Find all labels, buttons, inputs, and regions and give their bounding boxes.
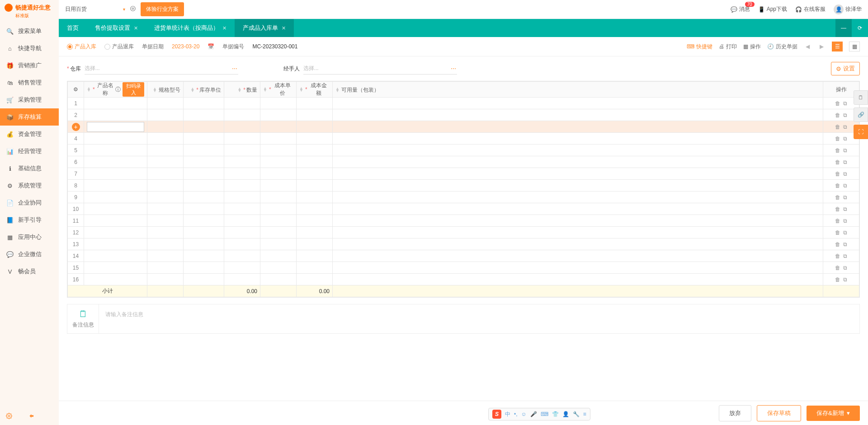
cell-available[interactable]	[333, 180, 823, 191]
cell-amount[interactable]	[297, 156, 333, 168]
cell-price[interactable]	[260, 156, 297, 168]
table-row[interactable]: 14🗑⧉	[68, 250, 859, 262]
remarks-input[interactable]: 请输入备注信息	[99, 304, 859, 333]
cell-available[interactable]	[333, 250, 823, 262]
cell-price[interactable]	[260, 98, 297, 109]
cell-qty[interactable]	[224, 109, 260, 121]
copy-row-icon[interactable]: ⧉	[843, 229, 847, 236]
menu-item-12[interactable]: ▦应用中心	[0, 229, 59, 246]
copy-row-icon[interactable]: ⧉	[843, 159, 847, 165]
cell-product[interactable]	[84, 145, 147, 156]
th-available[interactable]: ▲▼可用量（包装）	[333, 82, 823, 98]
cell-qty[interactable]	[224, 262, 260, 274]
cell-unit[interactable]	[184, 227, 224, 238]
view-grid-button[interactable]: ▦	[849, 42, 860, 51]
tab-3[interactable]: 产成品入库单✕	[235, 19, 294, 37]
delete-row-icon[interactable]: 🗑	[835, 135, 840, 142]
copy-row-icon[interactable]: ⧉	[843, 135, 847, 142]
cell-spec[interactable]	[147, 215, 184, 227]
copy-row-icon[interactable]: ⧉	[843, 112, 847, 118]
product-input[interactable]	[87, 122, 144, 132]
cell-product[interactable]	[84, 168, 147, 180]
table-row[interactable]: 11🗑⧉	[68, 215, 859, 227]
cell-available[interactable]	[333, 274, 823, 285]
menu-item-14[interactable]: V畅会员	[0, 263, 59, 280]
cell-unit[interactable]	[184, 98, 224, 109]
radio-product-out[interactable]: 产品退库	[104, 43, 134, 51]
cell-unit[interactable]	[184, 109, 224, 121]
menu-item-9[interactable]: ⚙系统管理	[0, 177, 59, 194]
cell-qty[interactable]	[224, 145, 260, 156]
discard-button[interactable]: 放弃	[719, 405, 751, 421]
th-spec[interactable]: ▲▼规格型号	[147, 82, 184, 98]
th-unit[interactable]: ▲▼*库存单位	[184, 82, 224, 98]
cell-product[interactable]	[84, 203, 147, 215]
handler-select[interactable]: 选择... ⋯	[303, 63, 457, 75]
warehouse-select[interactable]: 选择... ⋯	[85, 63, 238, 75]
cell-product[interactable]	[84, 156, 147, 168]
cell-product[interactable]	[84, 262, 147, 274]
delete-row-icon[interactable]: 🗑	[835, 218, 840, 224]
cell-product[interactable]	[84, 227, 147, 238]
cell-product[interactable]	[84, 121, 147, 133]
menu-item-4[interactable]: 🛒采购管理	[0, 91, 59, 108]
cell-qty[interactable]	[224, 98, 260, 109]
th-product[interactable]: ▲▼*产品名称 ⓘ 扫码录入	[84, 82, 147, 98]
scan-tag[interactable]: 扫码录入	[123, 82, 144, 97]
delete-row-icon[interactable]: 🗑	[835, 182, 840, 189]
cell-available[interactable]	[333, 156, 823, 168]
cell-amount[interactable]	[297, 227, 333, 238]
trial-button[interactable]: 体验行业方案	[141, 2, 184, 16]
operate-button[interactable]: ▦ 操作	[743, 43, 761, 51]
cell-price[interactable]	[260, 191, 297, 203]
cell-spec[interactable]	[147, 98, 184, 109]
cell-price[interactable]	[260, 250, 297, 262]
cell-spec[interactable]	[147, 168, 184, 180]
tabs-minimize-button[interactable]: —	[835, 19, 852, 37]
cell-price[interactable]	[260, 238, 297, 250]
cell-qty[interactable]	[224, 203, 260, 215]
cell-price[interactable]	[260, 274, 297, 285]
cell-amount[interactable]	[297, 215, 333, 227]
ime-emoji-icon[interactable]: ☺	[521, 411, 527, 417]
table-row[interactable]: 13🗑⧉	[68, 238, 859, 250]
cell-amount[interactable]	[297, 191, 333, 203]
cell-price[interactable]	[260, 109, 297, 121]
delete-row-icon[interactable]: 🗑	[835, 265, 840, 271]
cell-price[interactable]	[260, 262, 297, 274]
delete-row-icon[interactable]: 🗑	[835, 171, 840, 177]
cell-available[interactable]	[333, 227, 823, 238]
cell-qty[interactable]	[224, 227, 260, 238]
tab-2[interactable]: 进货单统计表（按商品）✕	[146, 19, 235, 37]
cell-unit[interactable]	[184, 250, 224, 262]
save-new-button[interactable]: 保存&新增▾	[807, 406, 860, 421]
copy-row-icon[interactable]: ⧉	[843, 253, 847, 259]
date-value[interactable]: 2023-03-20	[172, 43, 199, 50]
more-icon[interactable]: ⋯	[451, 65, 457, 72]
delete-row-icon[interactable]: 🗑	[835, 100, 840, 107]
menu-item-11[interactable]: 📘新手引导	[0, 211, 59, 229]
cell-product[interactable]	[84, 238, 147, 250]
cell-unit[interactable]	[184, 121, 224, 133]
cell-spec[interactable]	[147, 238, 184, 250]
table-row[interactable]: 6🗑⧉	[68, 156, 859, 168]
cell-amount[interactable]	[297, 203, 333, 215]
cell-unit[interactable]	[184, 180, 224, 191]
settings-button[interactable]: ⚙ 设置	[831, 62, 860, 75]
menu-item-5[interactable]: 📦库存核算	[0, 108, 59, 126]
user-menu[interactable]: 👤 徐泽华	[834, 5, 862, 14]
ime-menu-icon[interactable]: ≡	[583, 411, 586, 417]
cell-product[interactable]	[84, 274, 147, 285]
radio-product-in[interactable]: 产品入库	[67, 43, 96, 51]
cell-available[interactable]	[333, 215, 823, 227]
cell-price[interactable]	[260, 227, 297, 238]
menu-item-2[interactable]: 🎁营销推广	[0, 57, 59, 74]
prev-doc-button[interactable]: ◀	[804, 43, 811, 50]
cell-amount[interactable]	[297, 145, 333, 156]
cell-available[interactable]	[333, 168, 823, 180]
category-dropdown[interactable]: 日用百货 ▾	[65, 5, 125, 13]
cell-amount[interactable]	[297, 121, 333, 133]
cell-unit[interactable]	[184, 203, 224, 215]
th-price[interactable]: ▲▼*成本单价	[260, 82, 297, 98]
rail-link-button[interactable]: 🔗	[854, 107, 868, 122]
